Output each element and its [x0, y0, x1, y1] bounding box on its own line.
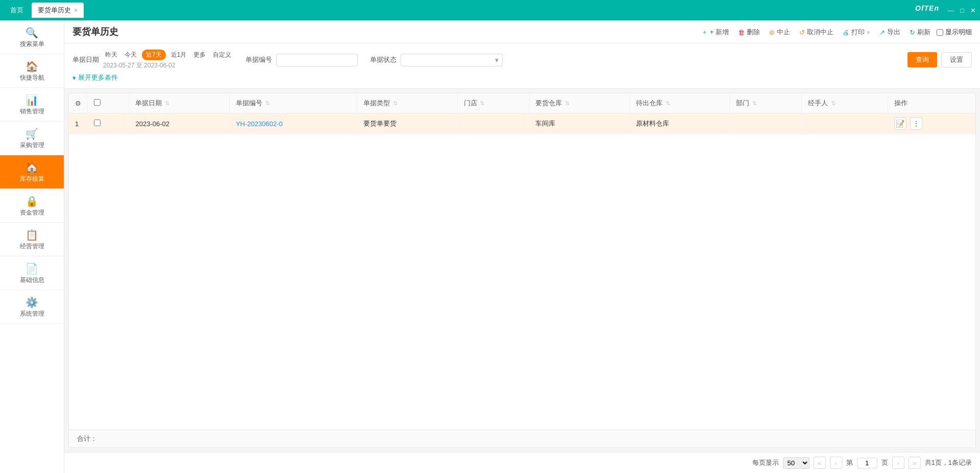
- filter-area: 单据日期 昨天 今天 近7天 近1月 更多 自定义 2023-05-27 至 2…: [64, 43, 980, 89]
- bill-type-sort-icon[interactable]: ⇅: [393, 100, 398, 106]
- shortcut-custom[interactable]: 自定义: [211, 50, 233, 60]
- tab-active[interactable]: 要货单历史 ×: [32, 3, 84, 18]
- date-range-display: 2023-05-27 至 2023-06-02: [103, 61, 233, 70]
- sidebar-item-label: 资金管理: [20, 208, 44, 217]
- select-all-checkbox[interactable]: [94, 99, 101, 106]
- store-sort-icon[interactable]: ⇅: [480, 100, 484, 106]
- sidebar-item-label: 快捷导航: [20, 74, 44, 82]
- sidebar-item-operations[interactable]: 📋 经营管理: [0, 223, 64, 256]
- status-select-wrapper: ▾: [401, 54, 503, 66]
- expand-more-btn[interactable]: ▾ 展开更多条件: [72, 73, 972, 82]
- active-tab-label: 要货单历史: [38, 6, 71, 15]
- query-button[interactable]: 查询: [908, 52, 937, 67]
- close-btn[interactable]: ✕: [970, 7, 976, 14]
- bill-no-filter-group: 单据编号: [246, 54, 358, 66]
- refresh-icon: ↻: [910, 29, 915, 36]
- filter-row-1: 单据日期 昨天 今天 近7天 近1月 更多 自定义 2023-05-27 至 2…: [72, 50, 972, 70]
- shortcut-yesterday[interactable]: 昨天: [103, 50, 119, 60]
- cell-dept: [730, 113, 802, 134]
- status-select[interactable]: [401, 54, 503, 66]
- display-detail-checkbox[interactable]: [937, 29, 943, 36]
- bill-no-link[interactable]: YH-20230602-0: [236, 120, 283, 128]
- col-store: 门店 ⇅: [457, 93, 529, 113]
- sidebar-item-label: 经营管理: [20, 242, 44, 251]
- sidebar-item-label: 搜索菜单: [20, 40, 44, 49]
- sidebar-item-system[interactable]: ⚙️ 系统管理: [0, 290, 64, 324]
- bill-no-label: 单据编号: [246, 55, 272, 64]
- date-filter-label: 单据日期: [72, 55, 99, 64]
- settings-col-icon[interactable]: ⚙: [75, 100, 81, 107]
- req-warehouse-sort-icon[interactable]: ⇅: [565, 100, 570, 106]
- refresh-button[interactable]: ↻ 刷新: [906, 26, 934, 39]
- col-settings[interactable]: ⚙: [69, 93, 88, 113]
- row-more-btn[interactable]: ⋮: [910, 117, 922, 130]
- handler-sort-icon[interactable]: ⇅: [831, 100, 836, 106]
- brand-logo: OfTEn: [915, 4, 939, 12]
- bill-no-input[interactable]: [276, 54, 358, 66]
- table-body: 1 2023-06-02 YH-20230602-0 要货单要货 车间库: [69, 113, 975, 134]
- tab-home[interactable]: 首页: [4, 3, 30, 18]
- next-page-btn[interactable]: ›: [892, 457, 904, 469]
- sidebar-item-inventory[interactable]: 🏠 库存核算: [0, 155, 64, 189]
- data-table: ⚙ 单据日期 ⇅ 单据编号 ⇅: [69, 93, 975, 134]
- summary-label: 合计：: [77, 434, 97, 443]
- cell-index: 1: [69, 113, 88, 134]
- row-edit-btn[interactable]: 📝: [894, 117, 906, 130]
- sidebar-item-sales[interactable]: 📊 销售管理: [0, 88, 64, 122]
- cell-handler: [802, 113, 888, 134]
- sidebar-item-purchase[interactable]: 🛒 采购管理: [0, 122, 64, 155]
- search-menu-icon: 🔍: [26, 28, 38, 38]
- export-button[interactable]: ↗ 导出: [876, 26, 903, 39]
- page-input[interactable]: [857, 458, 877, 468]
- stop-icon: ⊘: [769, 29, 775, 36]
- col-bill-no: 单据编号 ⇅: [229, 93, 357, 113]
- shortcut-7days[interactable]: 近7天: [142, 50, 166, 60]
- cell-actions: 📝 ⋮: [888, 113, 975, 134]
- shortcut-1month[interactable]: 近1月: [169, 50, 189, 60]
- first-page-btn[interactable]: «: [814, 457, 826, 469]
- minimize-btn[interactable]: —: [947, 7, 954, 14]
- date-sort-icon[interactable]: ⇅: [165, 100, 169, 106]
- shortcut-today[interactable]: 今天: [122, 50, 139, 60]
- sidebar-item-search-menu[interactable]: 🔍 搜索菜单: [0, 20, 64, 54]
- col-checkbox: [88, 93, 129, 113]
- sales-icon: 📊: [26, 95, 38, 105]
- maximize-btn[interactable]: □: [960, 7, 964, 14]
- wait-warehouse-sort-icon[interactable]: ⇅: [666, 100, 670, 106]
- total-info: 共1页，1条记录: [925, 458, 972, 467]
- col-handler: 经手人 ⇅: [802, 93, 888, 113]
- status-filter-group: 单据状态 ▾: [370, 54, 503, 66]
- page-suffix: 页: [881, 458, 888, 467]
- per-page-select[interactable]: 50 20 100: [783, 457, 810, 469]
- row-checkbox[interactable]: [94, 120, 101, 126]
- dept-sort-icon[interactable]: ⇅: [752, 100, 757, 106]
- export-icon: ↗: [879, 29, 885, 36]
- date-filter-group: 单据日期 昨天 今天 近7天 近1月 更多 自定义 2023-05-27 至 2…: [72, 50, 233, 70]
- last-page-btn[interactable]: »: [909, 457, 921, 469]
- col-req-warehouse: 要货仓库 ⇅: [529, 93, 629, 113]
- col-actions: 操作: [888, 93, 975, 113]
- sidebar-item-finance[interactable]: 🔒 资金管理: [0, 189, 64, 223]
- display-detail-check[interactable]: 显示明细: [937, 28, 972, 37]
- table-scroll[interactable]: ⚙ 单据日期 ⇅ 单据编号 ⇅: [69, 93, 975, 430]
- home-tab-label: 首页: [10, 6, 23, 15]
- date-shortcuts: 昨天 今天 近7天 近1月 更多 自定义: [103, 50, 233, 60]
- sidebar-item-quick-nav[interactable]: 🏠 快捷导航: [0, 54, 64, 88]
- print-button[interactable]: 🖨 打印 ▾: [840, 26, 873, 39]
- sidebar-item-label: 库存核算: [20, 175, 44, 183]
- main-layout: 🔍 搜索菜单 🏠 快捷导航 📊 销售管理 🛒 采购管理 🏠 库存核算 🔒 资金管…: [0, 20, 980, 473]
- cell-date: 2023-06-02: [129, 113, 229, 134]
- shortcut-more[interactable]: 更多: [191, 50, 208, 60]
- top-bar: 首页 要货单历史 × OfTEn — □ ✕: [0, 0, 980, 20]
- sidebar-item-basic-info[interactable]: 📄 基础信息: [0, 256, 64, 290]
- stop-button[interactable]: ⊘ 中止: [766, 26, 793, 39]
- pagination-bar: 每页显示 50 20 100 « ‹ 第 页 › » 共1页，1条记录: [64, 452, 980, 473]
- settings-button[interactable]: 设置: [941, 52, 972, 67]
- delete-button[interactable]: 🗑 删除: [735, 26, 763, 39]
- cell-store: [457, 113, 529, 134]
- new-button[interactable]: ＋ + 新增: [698, 26, 732, 39]
- bill-no-sort-icon[interactable]: ⇅: [265, 100, 270, 106]
- prev-page-btn[interactable]: ‹: [830, 457, 842, 469]
- tab-close-icon[interactable]: ×: [74, 7, 78, 14]
- cancel-stop-button[interactable]: ↺ 取消中止: [796, 26, 837, 39]
